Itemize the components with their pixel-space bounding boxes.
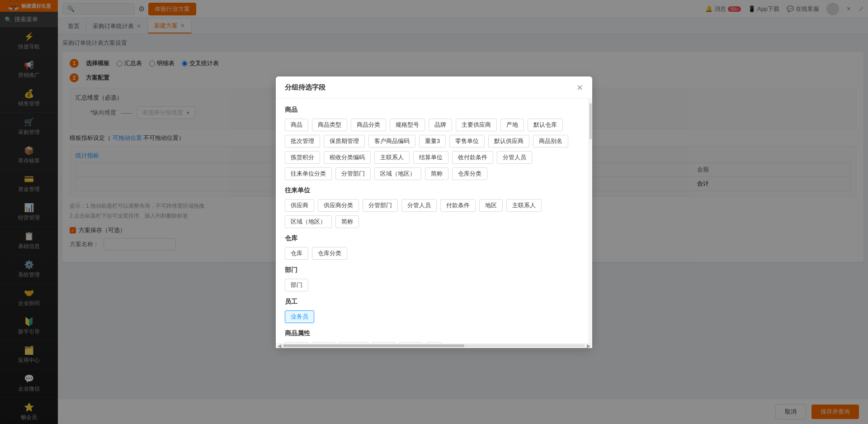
tag-pick-points[interactable]: 拣货积分 xyxy=(285,151,320,164)
tag-payment-terms[interactable]: 收付款条件 xyxy=(452,151,493,164)
tag-expiry-mgmt[interactable]: 保质期管理 xyxy=(324,135,365,148)
section-title-dept: 部门 xyxy=(285,266,580,274)
tag-brand[interactable]: 品牌 xyxy=(429,119,452,131)
scrollbar-track xyxy=(283,344,585,347)
modal-close-button[interactable]: ✕ xyxy=(576,83,583,93)
modal-scrollbar-right[interactable] xyxy=(589,99,592,343)
tag-warehouse-cat[interactable]: 仓库分类 xyxy=(312,247,347,260)
section-title-attrs: 商品属性 xyxy=(285,329,580,338)
tag-batch-mgmt[interactable]: 批次管理 xyxy=(285,135,320,148)
tag-supervisor[interactable]: 分管人员 xyxy=(497,151,532,164)
modal-title: 分组待选字段 xyxy=(285,83,326,92)
tag-abbr-partner[interactable]: 简称 xyxy=(335,215,359,228)
tag-goods-type[interactable]: 商品类型 xyxy=(312,119,347,131)
goods-tags: 商品 商品类型 商品分类 规格型号 品牌 主要供应商 产地 默认仓库 批次管理 … xyxy=(285,119,580,180)
tag-dept-mgmt[interactable]: 分管部门 xyxy=(335,167,371,180)
tag-payment-cond[interactable]: 付款条件 xyxy=(440,199,476,212)
warehouse-tags: 仓库 仓库分类 xyxy=(285,247,580,260)
tag-warehouse[interactable]: 仓库 xyxy=(285,247,308,260)
modal-body: 商品 商品 商品类型 商品分类 规格型号 品牌 主要供应商 产地 默认仓库 批次… xyxy=(276,99,589,343)
tag-staff-partner[interactable]: 分管人员 xyxy=(401,199,437,212)
staff-tags: 业务员 xyxy=(285,310,580,323)
dept-tags: 部门 xyxy=(285,279,580,291)
tag-settlement-unit[interactable]: 结算单位 xyxy=(413,151,448,164)
section-title-staff: 员工 xyxy=(285,298,580,306)
tag-salesperson[interactable]: 业务员 xyxy=(285,310,314,323)
tag-region-partner[interactable]: 地区 xyxy=(479,199,503,212)
modal: 分组待选字段 ✕ 商品 商品 商品类型 商品分类 规格型号 品牌 主要供应商 产… xyxy=(276,76,592,348)
section-title-goods: 商品 xyxy=(285,106,580,114)
tag-default-warehouse[interactable]: 默认仓库 xyxy=(528,119,563,131)
tag-main-contact[interactable]: 主联系人 xyxy=(374,151,410,164)
tag-region-goods[interactable]: 区域（地区） xyxy=(374,167,421,180)
tag-main-supplier[interactable]: 主要供应商 xyxy=(456,119,497,131)
tag-customer-code[interactable]: 客户商品编码 xyxy=(368,135,415,148)
tag-region2-partner[interactable]: 区域（地区） xyxy=(285,215,332,228)
modal-horizontal-scrollbar[interactable]: ◀ ▶ xyxy=(276,343,592,348)
scroll-left-icon[interactable]: ◀ xyxy=(278,343,281,349)
scroll-right-icon[interactable]: ▶ xyxy=(587,343,590,349)
section-title-partners: 往来单位 xyxy=(285,186,580,195)
tag-dept-partner[interactable]: 分管部门 xyxy=(363,199,398,212)
tag-origin[interactable]: 产地 xyxy=(500,119,524,131)
tag-weight3[interactable]: 重量3 xyxy=(419,135,446,148)
tag-dept[interactable]: 部门 xyxy=(285,279,308,291)
tag-default-supplier[interactable]: 默认供应商 xyxy=(488,135,529,148)
partners-tags: 供应商 供应商分类 分管部门 分管人员 付款条件 地区 主联系人 区域（地区） … xyxy=(285,199,580,228)
tag-spec-model[interactable]: 规格型号 xyxy=(390,119,425,131)
tag-goods-category[interactable]: 商品分类 xyxy=(351,119,386,131)
tag-tax-code[interactable]: 税收分类编码 xyxy=(324,151,371,164)
tag-abbr-goods[interactable]: 简称 xyxy=(425,167,448,180)
modal-header: 分组待选字段 ✕ xyxy=(276,76,592,99)
tag-supplier-category[interactable]: 供应商分类 xyxy=(318,199,359,212)
tag-goods-alias[interactable]: 商品别名 xyxy=(533,135,568,148)
modal-content-wrapper: 商品 商品 商品类型 商品分类 规格型号 品牌 主要供应商 产地 默认仓库 批次… xyxy=(276,99,592,343)
scrollbar-thumb xyxy=(590,103,592,139)
tag-partner-category[interactable]: 往来单位分类 xyxy=(285,167,332,180)
tag-warehouse-category[interactable]: 仓库分类 xyxy=(452,167,487,180)
section-title-warehouse: 仓库 xyxy=(285,234,580,243)
scrollbar-thumb-h xyxy=(283,344,464,347)
tag-retail-unit[interactable]: 零售单位 xyxy=(449,135,485,148)
tag-goods[interactable]: 商品 xyxy=(285,119,308,131)
tag-contact-partner[interactable]: 主联系人 xyxy=(506,199,542,212)
tag-supplier[interactable]: 供应商 xyxy=(285,199,314,212)
